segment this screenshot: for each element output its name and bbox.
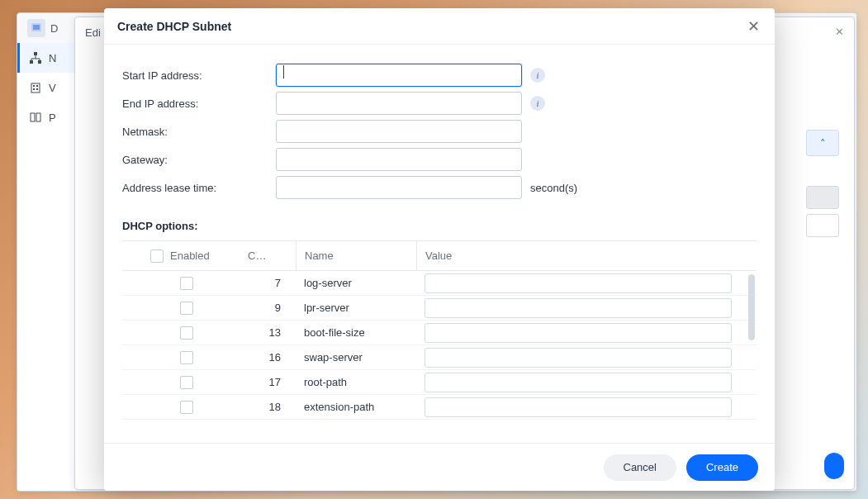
row-name: boot-file-size bbox=[296, 326, 416, 339]
row-name: extension-path bbox=[296, 401, 416, 413]
row-code: 13 bbox=[246, 326, 296, 339]
lease-time-label: Address lease time: bbox=[122, 182, 276, 194]
app-title-fragment: D bbox=[50, 22, 58, 35]
background-primary-button[interactable] bbox=[824, 453, 844, 479]
row-value-input[interactable] bbox=[425, 323, 732, 343]
row-value-input[interactable] bbox=[425, 348, 732, 368]
svg-rect-4 bbox=[38, 60, 41, 64]
row-enable-checkbox[interactable] bbox=[180, 376, 193, 389]
svg-rect-11 bbox=[36, 113, 40, 121]
row-enable-checkbox[interactable] bbox=[180, 351, 193, 364]
row-enable-checkbox[interactable] bbox=[180, 302, 193, 315]
background-panel-box bbox=[806, 186, 839, 209]
gateway-input[interactable] bbox=[276, 148, 522, 171]
row-value-input[interactable] bbox=[425, 373, 732, 392]
row-name: root-path bbox=[296, 376, 416, 388]
col-value-header[interactable]: Value bbox=[416, 241, 740, 270]
row-value-input[interactable] bbox=[425, 273, 732, 293]
table-header-row: Enabled C… Name Value bbox=[122, 241, 757, 271]
sidebar-item-network[interactable]: N bbox=[17, 43, 81, 73]
col-enabled-header[interactable]: Enabled bbox=[170, 249, 210, 262]
row-enable-checkbox[interactable] bbox=[180, 326, 193, 340]
netmask-label: Netmask: bbox=[122, 126, 276, 138]
row-name: lpr-server bbox=[296, 302, 416, 314]
svg-rect-3 bbox=[30, 60, 33, 64]
cancel-button[interactable]: Cancel bbox=[604, 454, 676, 481]
row-code: 7 bbox=[246, 277, 296, 289]
dialog-title: Create DHCP Subnet bbox=[117, 20, 231, 33]
col-code-header[interactable]: C… bbox=[246, 249, 296, 262]
svg-rect-5 bbox=[31, 83, 40, 93]
server-icon bbox=[29, 111, 42, 124]
start-ip-input[interactable] bbox=[276, 64, 522, 87]
sidebar-item-label: N bbox=[49, 52, 56, 64]
select-all-checkbox[interactable] bbox=[150, 249, 164, 263]
info-icon[interactable]: i bbox=[530, 68, 545, 83]
row-code: 17 bbox=[246, 376, 296, 388]
svg-rect-7 bbox=[36, 85, 38, 87]
gateway-label: Gateway: bbox=[122, 154, 276, 166]
row-value-input[interactable] bbox=[425, 397, 732, 417]
table-row: 17root-path bbox=[122, 370, 757, 395]
edit-window-title-fragment: Edi bbox=[85, 26, 101, 39]
background-sidebar: N V P bbox=[17, 43, 82, 491]
sidebar-item-label: V bbox=[49, 82, 56, 94]
lease-time-suffix: second(s) bbox=[530, 182, 577, 194]
close-icon[interactable]: ✕ bbox=[745, 17, 761, 36]
row-value-input[interactable] bbox=[425, 298, 732, 318]
create-dhcp-subnet-dialog: Create DHCP Subnet ✕ Start IP address: i… bbox=[104, 8, 775, 491]
row-name: log-server bbox=[296, 277, 416, 289]
dialog-footer: Cancel Create bbox=[104, 443, 775, 491]
row-enable-checkbox[interactable] bbox=[180, 401, 193, 414]
building-icon bbox=[29, 81, 42, 94]
dialog-header: Create DHCP Subnet ✕ bbox=[104, 8, 775, 45]
sidebar-item-pxe[interactable]: P bbox=[17, 102, 81, 132]
network-tree-icon bbox=[29, 51, 42, 64]
start-ip-label: Start IP address: bbox=[122, 69, 276, 82]
create-button[interactable]: Create bbox=[686, 454, 758, 481]
svg-rect-10 bbox=[31, 113, 35, 121]
row-name: swap-server bbox=[296, 351, 416, 364]
table-row: 13boot-file-size bbox=[122, 321, 757, 345]
dhcp-options-table: Enabled C… Name Value 7log-server9lpr-se… bbox=[122, 240, 757, 420]
row-enable-checkbox[interactable] bbox=[180, 277, 193, 290]
table-row: 9lpr-server bbox=[122, 296, 757, 321]
table-row: 18extension-path bbox=[122, 395, 757, 420]
end-ip-input[interactable] bbox=[276, 92, 522, 115]
sidebar-item-label: P bbox=[49, 112, 56, 124]
dhcp-options-title: DHCP options: bbox=[122, 220, 757, 232]
netmask-input[interactable] bbox=[276, 120, 522, 143]
info-icon[interactable]: i bbox=[530, 96, 545, 111]
table-row: 16swap-server bbox=[122, 345, 757, 370]
table-row: 7log-server bbox=[122, 271, 757, 296]
row-code: 18 bbox=[246, 401, 296, 413]
col-name-header[interactable]: Name bbox=[296, 241, 416, 270]
scrollbar-thumb[interactable] bbox=[748, 274, 755, 340]
row-code: 9 bbox=[246, 302, 296, 314]
svg-rect-6 bbox=[33, 85, 35, 87]
row-code: 16 bbox=[246, 351, 296, 364]
background-panel-box bbox=[806, 214, 839, 237]
edit-window-close-icon[interactable]: ✕ bbox=[835, 26, 844, 38]
sidebar-item-vendor[interactable]: V bbox=[17, 73, 81, 102]
svg-rect-8 bbox=[33, 88, 35, 90]
table-scrollbar[interactable] bbox=[748, 274, 755, 415]
app-icon bbox=[27, 19, 45, 37]
lease-time-input[interactable] bbox=[276, 176, 522, 199]
end-ip-label: End IP address: bbox=[122, 97, 276, 110]
chevron-up-icon[interactable]: ˄ bbox=[806, 130, 839, 156]
svg-rect-2 bbox=[34, 52, 37, 55]
svg-rect-9 bbox=[36, 88, 38, 90]
svg-rect-1 bbox=[33, 25, 40, 30]
